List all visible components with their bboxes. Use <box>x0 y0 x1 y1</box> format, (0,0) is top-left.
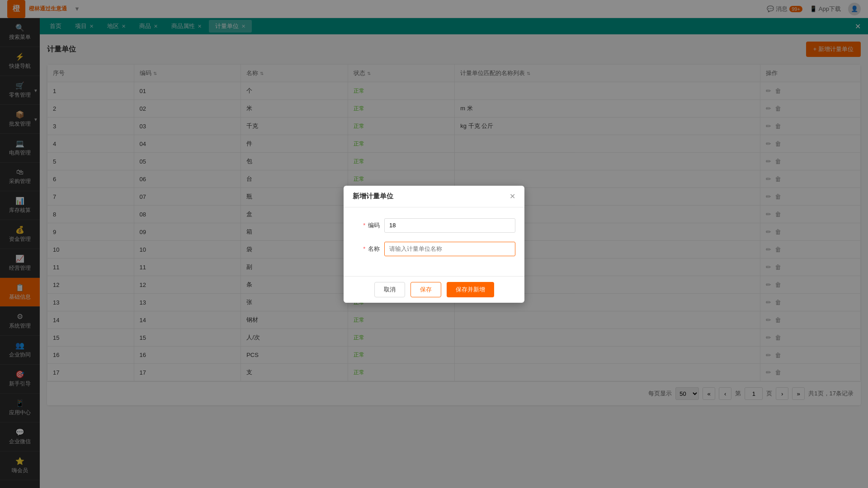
save-and-new-button[interactable]: 保存并新增 <box>447 282 494 297</box>
modal-close-btn[interactable]: ✕ <box>509 192 515 201</box>
modal-footer: 取消 保存 保存并新增 <box>344 276 524 303</box>
code-input[interactable] <box>384 218 515 233</box>
modal-header: 新增计量单位 ✕ <box>344 186 524 207</box>
modal-title: 新增计量单位 <box>353 192 393 201</box>
form-row-code: * 编码 <box>353 218 515 233</box>
modal-body: * 编码 * 名称 <box>344 207 524 276</box>
code-required-mark: * <box>363 222 365 229</box>
name-label: * 名称 <box>353 245 380 253</box>
form-row-name: * 名称 <box>353 242 515 256</box>
modal: 新增计量单位 ✕ * 编码 * 名称 取消 保存 保存并新增 <box>344 186 524 303</box>
cancel-button[interactable]: 取消 <box>374 282 405 297</box>
name-input[interactable] <box>384 242 515 256</box>
modal-overlay[interactable]: 新增计量单位 ✕ * 编码 * 名称 取消 保存 保存并新增 <box>0 0 868 488</box>
name-required-mark: * <box>363 245 365 252</box>
code-label: * 编码 <box>353 221 380 230</box>
save-button[interactable]: 保存 <box>410 282 441 297</box>
